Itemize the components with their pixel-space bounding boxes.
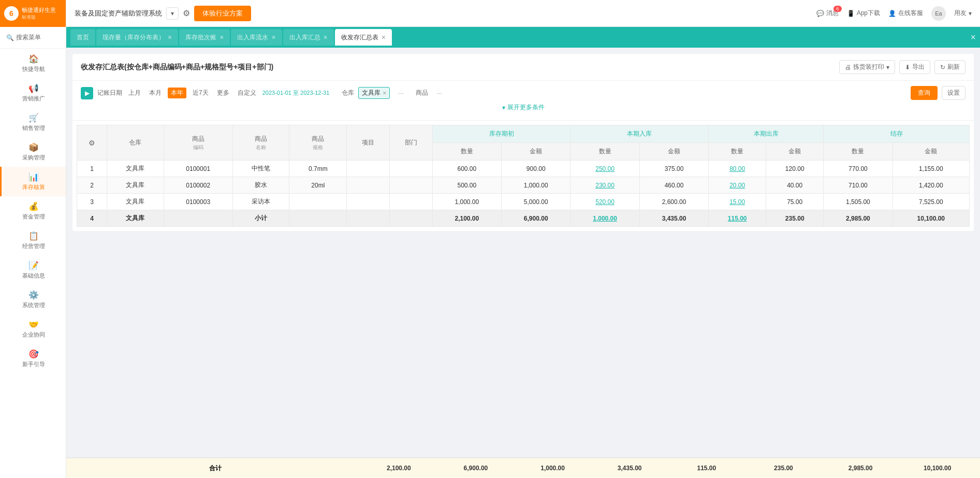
sidebar-item-marketing[interactable]: 📢 营销推广 xyxy=(0,78,66,108)
tab-batch-label: 库存批次账 xyxy=(185,33,216,42)
row-project xyxy=(347,177,390,194)
col-out-header: 本期出库 xyxy=(709,125,824,143)
tab-inout-summary-close[interactable]: × xyxy=(324,34,328,41)
footer-opening-qty: 2,100.00 xyxy=(360,462,437,474)
user-menu-button[interactable]: 用友 ▾ xyxy=(954,9,972,18)
footer-out-qty: 115.00 xyxy=(668,462,745,474)
table-footer: 合计 2,100.00 6,900.00 1,000.00 3,435.00 1… xyxy=(66,457,980,478)
subtotal-warehouse: 文具库 xyxy=(107,210,164,227)
system-icon: ⚙️ xyxy=(28,290,39,300)
tab-inout-flow[interactable]: 出入库流水 × xyxy=(231,29,282,46)
subtotal-name: 小计 xyxy=(232,210,289,227)
footer-closing-qty: 2,985.00 xyxy=(822,462,899,474)
sidebar-item-finance[interactable]: 💰 资金管理 xyxy=(0,196,66,226)
tab-inout-summary-label: 出入库汇总 xyxy=(289,33,320,42)
row-opening-qty: 500.00 xyxy=(432,177,501,194)
row-dept xyxy=(389,177,432,194)
operation-icon: 📋 xyxy=(28,231,39,241)
date-curr-year[interactable]: 本年 xyxy=(168,88,186,98)
warehouse-tag: 文具库 × xyxy=(358,87,390,99)
warehouse-more-button[interactable]: ··· xyxy=(398,90,403,97)
sidebar: 6 畅捷通好生意 标准版 🔍 搜索菜单 🏠 快捷导航 📢 营销推广 🛒 销售管理… xyxy=(0,0,66,478)
row-out-qty: 15.00 xyxy=(709,194,766,210)
row-dept xyxy=(389,194,432,210)
row-closing-qty: 710.00 xyxy=(824,177,893,194)
col-opening-amt-header: 金额 xyxy=(502,143,571,161)
sidebar-item-basic[interactable]: 📝 基础信息 xyxy=(0,255,66,285)
tab-inventory-dist-label: 现存量（库存分布表） xyxy=(103,33,165,42)
tab-inventory-dist-close[interactable]: × xyxy=(168,34,172,41)
table-row: 1 文具库 0100001 中性笔 0.7mm 600.00 900.00 25… xyxy=(77,161,970,177)
goods-more-button[interactable]: ··· xyxy=(436,90,442,97)
system-dropdown[interactable]: ▾ xyxy=(166,7,179,20)
print-button[interactable]: 🖨 拣货装打印 ▾ xyxy=(839,60,895,74)
row-dept xyxy=(389,161,432,177)
sidebar-item-system[interactable]: ⚙️ 系统管理 xyxy=(0,285,66,314)
row-name: 中性笔 xyxy=(232,161,289,177)
try-industry-button[interactable]: 体验行业方案 xyxy=(194,6,251,21)
online-service-button[interactable]: 👤 在线客服 xyxy=(888,9,923,18)
row-index: 1 xyxy=(77,161,107,177)
subtotal-opening-qty: 2,100.00 xyxy=(432,210,501,227)
date-custom[interactable]: 自定义 xyxy=(236,88,258,98)
print-icon: 🖨 xyxy=(845,64,851,71)
col-out-qty-header: 数量 xyxy=(709,143,766,161)
page-title: 收发存汇总表(按仓库+商品编码+商品+规格型号+项目+部门) xyxy=(81,63,273,72)
filter-row-1: ▶ 记账日期 上月 本月 本年 近7天 更多 自定义 2023-01-01 至 … xyxy=(81,86,966,100)
marketing-icon: 📢 xyxy=(28,83,39,93)
settings-gear-button[interactable]: ⚙ xyxy=(183,8,190,18)
tab-home-label: 首页 xyxy=(77,33,89,42)
tab-home[interactable]: 首页 xyxy=(70,29,95,46)
subtotal-project xyxy=(347,210,390,227)
warehouse-tag-close[interactable]: × xyxy=(383,90,386,97)
sidebar-item-sales[interactable]: 🛒 销售管理 xyxy=(0,108,66,137)
filter-toggle-button[interactable]: ▶ xyxy=(81,87,93,99)
table-settings-icon[interactable]: ⚙ xyxy=(89,139,95,147)
tab-recv-send[interactable]: 收发存汇总表 × xyxy=(335,29,392,46)
sidebar-item-enterprise[interactable]: 🤝 企业协同 xyxy=(0,314,66,344)
row-index: 2 xyxy=(77,177,107,194)
row-in-qty: 230.00 xyxy=(571,177,639,194)
subtotal-dept xyxy=(389,210,432,227)
tab-inout-summary[interactable]: 出入库汇总 × xyxy=(283,29,334,46)
subtotal-row: 4 文具库 小计 2,100.00 6,900.00 1,000.00 3,43… xyxy=(77,210,970,227)
sidebar-item-quick[interactable]: 🏠 快捷导航 xyxy=(0,49,66,78)
date-7days[interactable]: 近7天 xyxy=(191,88,211,98)
refresh-button[interactable]: ↻ 刷新 xyxy=(934,60,966,74)
sales-icon: 🛒 xyxy=(28,113,39,123)
sidebar-item-operation[interactable]: 📋 经营管理 xyxy=(0,226,66,255)
query-button[interactable]: 查询 xyxy=(911,86,938,100)
sidebar-item-newguide[interactable]: 🎯 新手引导 xyxy=(0,344,66,373)
footer-closing-amt: 10,100.00 xyxy=(899,462,976,474)
guide-icon: 🎯 xyxy=(28,349,39,359)
export-button[interactable]: ⬇ 导出 xyxy=(899,60,930,74)
goods-filter-label: 商品 xyxy=(416,89,428,97)
row-opening-amt: 900.00 xyxy=(502,161,571,177)
footer-totals-row: 合计 2,100.00 6,900.00 1,000.00 3,435.00 1… xyxy=(70,462,976,474)
date-prev-month[interactable]: 上月 xyxy=(126,88,143,98)
tabs-bar-close-button[interactable]: × xyxy=(970,32,976,43)
row-index: 3 xyxy=(77,194,107,210)
search-menu-button[interactable]: 🔍 搜索菜单 xyxy=(4,31,62,44)
date-curr-month[interactable]: 本月 xyxy=(147,88,164,98)
expand-conditions-button[interactable]: ▾ 展开更多条件 xyxy=(502,103,545,112)
tab-batch-close[interactable]: × xyxy=(220,34,224,41)
app-download-button[interactable]: 📱 App下载 xyxy=(847,9,880,18)
tab-batch[interactable]: 库存批次账 × xyxy=(179,29,230,46)
tab-recv-send-close[interactable]: × xyxy=(382,34,386,41)
sidebar-item-inventory[interactable]: 📊 库存核算 xyxy=(0,167,66,196)
row-opening-qty: 1,000.00 xyxy=(432,194,501,210)
tab-inventory-dist[interactable]: 现存量（库存分布表） × xyxy=(96,29,178,46)
tab-inout-flow-close[interactable]: × xyxy=(271,34,275,41)
date-more[interactable]: 更多 xyxy=(215,88,231,98)
sidebar-item-purchase[interactable]: 📦 采购管理 xyxy=(0,137,66,167)
col-in-qty-header: 数量 xyxy=(571,143,639,161)
subtotal-spec xyxy=(289,210,347,227)
page-content: 收发存汇总表(按仓库+商品编码+商品+规格型号+项目+部门) 🖨 拣货装打印 ▾… xyxy=(66,48,980,457)
date-label: 记账日期 xyxy=(97,89,122,97)
row-spec xyxy=(289,194,347,210)
message-button[interactable]: 💬 消息 6 xyxy=(816,9,839,18)
expand-row: ▾ 展开更多条件 xyxy=(81,100,966,115)
filter-settings-button[interactable]: 设置 xyxy=(942,86,966,100)
row-project xyxy=(347,194,390,210)
